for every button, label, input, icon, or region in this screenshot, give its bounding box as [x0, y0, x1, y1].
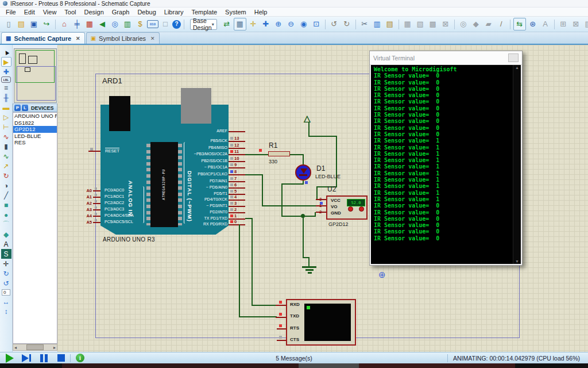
- wire-autorouter-icon[interactable]: ⇆: [513, 18, 526, 30]
- property-assignment-icon[interactable]: A: [540, 18, 551, 30]
- zoom-all-icon[interactable]: ◉: [298, 18, 310, 30]
- undo-icon[interactable]: ↺: [328, 18, 340, 30]
- system-settings-icon[interactable]: ╪: [71, 18, 83, 30]
- box-2d-icon[interactable]: ■: [1, 200, 11, 210]
- remove-sheet-icon[interactable]: ⊠: [570, 18, 582, 30]
- design-notes-icon[interactable]: □: [160, 18, 171, 30]
- packaging-tool-icon[interactable]: ▰: [483, 18, 494, 30]
- tab-schematic-capture[interactable]: ▦ Schematic Capture ✕: [1, 32, 85, 44]
- zoom-area-icon[interactable]: ⊡: [311, 18, 322, 30]
- device-pin-mode-icon[interactable]: ⊢: [1, 122, 11, 132]
- decompose-icon[interactable]: /: [496, 18, 507, 30]
- menu-item[interactable]: System: [221, 9, 250, 16]
- stop-button[interactable]: [57, 354, 65, 362]
- pick-devices-button[interactable]: P: [14, 105, 21, 111]
- make-device-icon[interactable]: ◆: [470, 18, 482, 30]
- grid-toggle-icon[interactable]: ▦: [234, 18, 246, 30]
- generator-mode-icon[interactable]: ∿: [1, 151, 11, 161]
- virtual-instruments-mode-icon[interactable]: ◑: [1, 181, 11, 190]
- pan-icon[interactable]: ✚: [260, 18, 272, 30]
- scrollbar-thumb[interactable]: [26, 344, 44, 350]
- close-icon[interactable]: ✕: [150, 36, 155, 41]
- goto-sheet-icon[interactable]: ▤: [583, 18, 588, 30]
- flip-vertical-icon[interactable]: ↕: [1, 306, 11, 316]
- flip-horizontal-icon[interactable]: ↔: [1, 297, 11, 306]
- menu-item[interactable]: Template: [187, 9, 221, 16]
- new-design-icon[interactable]: ▯: [3, 18, 14, 30]
- pick-parts-icon[interactable]: ◎: [458, 18, 469, 30]
- redo-icon[interactable]: ↻: [341, 18, 353, 30]
- close-icon[interactable]: ✕: [76, 36, 80, 41]
- graph-mode-icon[interactable]: ∿: [1, 132, 11, 141]
- device-item-led-blue[interactable]: LED-BLUE: [13, 133, 57, 140]
- scroll-up-icon[interactable]: ▲: [515, 66, 519, 70]
- menu-item[interactable]: Help: [250, 9, 272, 16]
- menu-item[interactable]: Library: [160, 9, 188, 16]
- search-tag-icon[interactable]: ⊛: [527, 18, 539, 30]
- menu-item[interactable]: Design: [80, 9, 108, 16]
- bill-of-materials-icon[interactable]: $: [134, 18, 146, 30]
- paste-icon[interactable]: ▤: [384, 18, 396, 30]
- bus-mode-icon[interactable]: ╫: [1, 93, 11, 102]
- save-design-icon[interactable]: ▣: [28, 18, 40, 30]
- path-2d-icon[interactable]: ◆: [1, 229, 11, 239]
- design-selector-dropdown[interactable]: Base Design ▾: [190, 19, 217, 30]
- virtual-terminal-titlebar[interactable]: Virtual Terminal: [370, 51, 522, 65]
- rotate-clockwise-icon[interactable]: ↻: [1, 269, 11, 278]
- tape-recorder-mode-icon[interactable]: ▮: [1, 141, 11, 151]
- subcircuit-mode-icon[interactable]: ▬: [1, 102, 11, 112]
- new-sheet-icon[interactable]: ⊞: [558, 18, 569, 30]
- block-delete-icon[interactable]: ⊠: [440, 18, 451, 30]
- navigate-icon[interactable]: ◀: [96, 18, 108, 30]
- circle-2d-icon[interactable]: ●: [1, 210, 11, 220]
- overview-minimap[interactable]: [14, 48, 57, 103]
- resistor-component[interactable]: [268, 151, 290, 156]
- current-probe-mode-icon[interactable]: ↻: [1, 171, 11, 181]
- terminal-scrollbar[interactable]: ▲ ▼: [513, 65, 521, 264]
- terminal-mode-icon[interactable]: ▷: [1, 112, 11, 122]
- origin-icon[interactable]: ✛: [247, 18, 259, 30]
- help-icon[interactable]: ?: [172, 20, 181, 29]
- zoom-in-icon[interactable]: ⊕: [273, 18, 284, 30]
- info-button[interactable]: i: [76, 354, 84, 362]
- device-item-gp2d12[interactable]: GP2D12: [13, 126, 57, 133]
- scroll-down-icon[interactable]: ▼: [515, 259, 519, 263]
- binary-display-icon[interactable]: 010: [147, 20, 158, 28]
- text-2d-icon[interactable]: A: [1, 239, 11, 249]
- play-button[interactable]: [6, 354, 14, 363]
- menu-item[interactable]: Graph: [108, 9, 134, 16]
- sensor-knob-increase[interactable]: [359, 206, 364, 212]
- pause-button[interactable]: [40, 354, 49, 362]
- home-page-icon[interactable]: ⌂: [59, 18, 70, 30]
- menu-item[interactable]: Debug: [133, 9, 160, 16]
- step-button[interactable]: [22, 354, 31, 362]
- devices-list-scrollbar[interactable]: ◂ ▸: [13, 344, 57, 351]
- schematic-canvas[interactable]: ARD1 ATMEGA328P-PU ANALOG IN DIGITAL (~P…: [57, 45, 588, 352]
- ir-sensor-component[interactable]: 3 VCC 1 VO 2 GND 52.0: [326, 195, 368, 220]
- block-rotate-icon[interactable]: ▩: [427, 18, 439, 30]
- device-item-arduino-uno-r3[interactable]: ARDUINO UNO R3: [13, 113, 57, 120]
- design-explorer-icon[interactable]: ▦: [84, 18, 95, 30]
- component-mode-icon[interactable]: ▶: [1, 57, 11, 67]
- virtual-terminal-window[interactable]: Virtual Terminal Welcome to Microdigisof…: [369, 51, 523, 266]
- led-component[interactable]: [295, 164, 311, 181]
- menu-item[interactable]: Tool: [60, 9, 80, 16]
- menu-item[interactable]: File: [2, 9, 20, 16]
- tab-symbol-libraries[interactable]: ▣ Symbol Libraries ✕: [86, 32, 160, 44]
- open-design-icon[interactable]: ▤: [16, 18, 27, 30]
- library-manager-button[interactable]: L: [22, 105, 28, 111]
- scroll-right-icon[interactable]: ▸: [52, 345, 57, 350]
- device-item-res[interactable]: RES: [13, 139, 57, 146]
- scroll-left-icon[interactable]: ◂: [13, 345, 18, 350]
- device-item-ds1822[interactable]: DS1822: [13, 120, 57, 126]
- marker-2d-icon[interactable]: ✛: [1, 259, 11, 269]
- symbol-2d-icon[interactable]: S: [1, 249, 11, 259]
- rotation-angle-field[interactable]: 0: [2, 289, 10, 296]
- rotate-anticlockwise-icon[interactable]: ↺: [1, 278, 11, 288]
- junction-dot-mode-icon[interactable]: ✚: [1, 67, 11, 76]
- wire-label-mode-icon[interactable]: LBL: [1, 76, 11, 83]
- menu-item[interactable]: Edit: [20, 9, 39, 16]
- block-copy-icon[interactable]: ▦: [402, 18, 413, 30]
- message-count[interactable]: 5 Message(s): [276, 355, 312, 362]
- refresh-display-icon[interactable]: ⇄: [221, 18, 233, 30]
